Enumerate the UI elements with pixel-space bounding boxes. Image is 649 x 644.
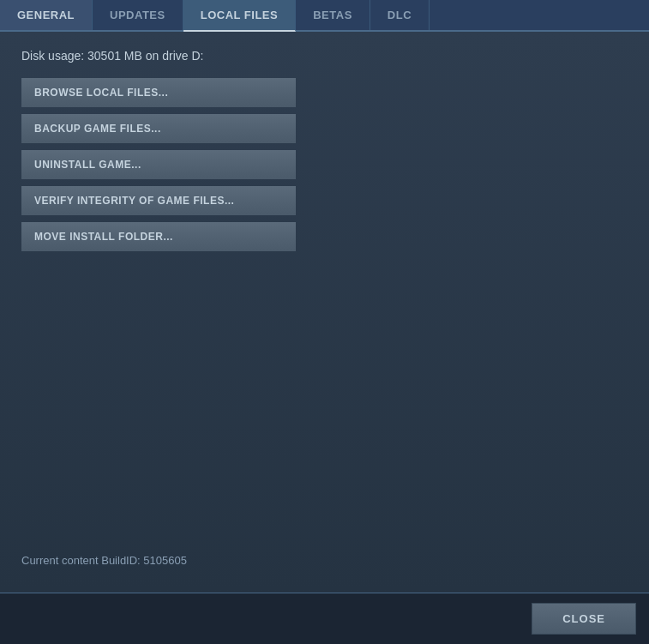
move-button[interactable]: MOVE INSTALL FOLDER... bbox=[21, 222, 296, 251]
action-buttons-container: BROWSE LOCAL FILES...BACKUP GAME FILES..… bbox=[21, 78, 296, 251]
content-area: Disk usage: 30501 MB on drive D: BROWSE … bbox=[0, 32, 649, 593]
tab-updates[interactable]: UPDATES bbox=[93, 0, 183, 30]
browse-button[interactable]: BROWSE LOCAL FILES... bbox=[21, 78, 296, 107]
tab-dlc[interactable]: DLC bbox=[370, 0, 430, 30]
disk-usage-label: Disk usage: 30501 MB on drive D: bbox=[21, 49, 628, 63]
tab-betas[interactable]: BETAS bbox=[296, 0, 370, 30]
build-id-label: Current content BuildID: 5105605 bbox=[21, 554, 628, 575]
uninstall-button[interactable]: UNINSTALL GAME... bbox=[21, 150, 296, 179]
verify-button[interactable]: VERIFY INTEGRITY OF GAME FILES... bbox=[21, 186, 296, 215]
tab-local-files[interactable]: LOCAL FILES bbox=[183, 0, 296, 32]
backup-button[interactable]: BACKUP GAME FILES... bbox=[21, 114, 296, 143]
footer-bar: CLOSE bbox=[0, 593, 649, 644]
tab-bar: GENERALUPDATESLOCAL FILESBETASDLC bbox=[0, 0, 649, 32]
close-button[interactable]: CLOSE bbox=[532, 603, 636, 635]
tab-general[interactable]: GENERAL bbox=[0, 0, 93, 30]
